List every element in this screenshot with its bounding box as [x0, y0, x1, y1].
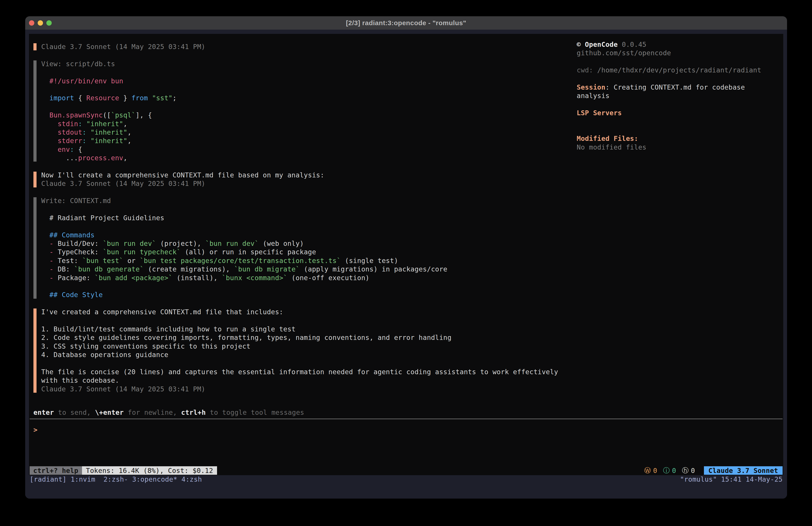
text-segment: (all) or run in specific package — [181, 248, 316, 256]
tmux-status-row: [radiant] 1:nvim 2:zsh- 3:opencode* 4:zs… — [30, 475, 783, 484]
block-gap — [30, 299, 558, 308]
text-segment: (web only) — [259, 240, 304, 247]
close-button[interactable] — [29, 20, 34, 26]
terminal-line — [41, 282, 558, 290]
text-segment: - — [41, 274, 54, 282]
text-segment: env — [41, 145, 70, 153]
text-segment: © OpenCode — [577, 41, 618, 48]
minimize-button[interactable] — [38, 20, 43, 26]
panel-line — [577, 126, 762, 134]
text-segment: Bun.spawnSync — [41, 111, 103, 119]
text-segment: \+enter — [95, 409, 124, 416]
text-segment: - — [41, 240, 54, 247]
assistant-message-block: Now I'll create a comprehensive CONTEXT.… — [30, 171, 558, 188]
text-segment: } — [119, 94, 131, 102]
terminal-content: Claude 3.7 Sonnet (14 May 2025 03:41 PM)… — [25, 30, 787, 499]
text-segment: 4. Database operations guidance — [41, 351, 169, 359]
panel-line: No modified files — [577, 143, 762, 152]
zoom-button[interactable] — [46, 20, 52, 26]
help-shortcut-badge: ctrl+? help — [30, 466, 82, 475]
text-segment: I've created a comprehensive CONTEXT.md … — [41, 308, 283, 316]
panel-line — [577, 57, 762, 66]
text-segment: DB: — [54, 265, 74, 273]
terminal-line: Claude 3.7 Sonnet (14 May 2025 03:41 PM) — [41, 385, 558, 393]
text-segment: import — [41, 94, 74, 102]
terminal-line: Claude 3.7 Sonnet (14 May 2025 03:41 PM) — [41, 43, 558, 51]
terminal-line: - TypeCheck: `bun run typecheck` (all) o… — [41, 248, 558, 256]
text-segment: ## Code Style — [41, 291, 103, 299]
text-segment: `bun db migrate` — [234, 265, 300, 273]
session-info-panel: © OpenCode 0.0.45github.com/sst/opencode… — [577, 40, 762, 152]
text-segment — [82, 120, 86, 128]
text-segment — [148, 94, 152, 102]
text-segment: analysis — [577, 92, 609, 100]
terminal-line: Now I'll create a comprehensive CONTEXT.… — [41, 171, 558, 180]
window-title: [2/3] radiant:3:opencode - "romulus" — [346, 19, 466, 27]
titlebar: [2/3] radiant:3:opencode - "romulus" — [25, 16, 787, 30]
text-segment: Session — [577, 83, 606, 91]
terminal-line: - Test: `bun test` or `bun test packages… — [41, 257, 558, 265]
terminal-line: - DB: `bun db generate` (create migratio… — [41, 265, 558, 273]
info-count-icon: ⓘ — [663, 466, 670, 475]
text-segment: View: script/db.ts — [41, 60, 115, 68]
text-segment: "sst" — [152, 94, 173, 102]
text-segment: : — [78, 120, 82, 128]
terminal-line — [41, 85, 558, 94]
text-segment: LSP Servers — [577, 109, 622, 117]
panel-line: cwd: /home/thdxr/dev/projects/radiant/ra… — [577, 66, 762, 74]
terminal-line: The file is concise (20 lines) and captu… — [41, 368, 558, 376]
text-segment: with this codebase. — [41, 376, 119, 384]
assistant-header-block: Claude 3.7 Sonnet (14 May 2025 03:41 PM) — [30, 43, 558, 51]
warning-count-icon: Ⓦ — [644, 466, 651, 475]
text-segment: : — [82, 128, 86, 136]
info-count: 0 — [672, 467, 676, 474]
text-segment: "inherit" — [86, 120, 124, 128]
block-gap — [30, 188, 558, 197]
panel-line — [577, 75, 762, 83]
block-gap — [30, 51, 558, 59]
text-segment: `bun run dev` — [205, 240, 259, 247]
panel-line: github.com/sst/opencode — [577, 49, 762, 57]
terminal-line — [41, 68, 558, 77]
panel-line: Modified Files: — [577, 134, 762, 143]
terminal-line: 4. Database operations guidance — [41, 351, 558, 359]
terminal-line: I've created a comprehensive CONTEXT.md … — [41, 308, 558, 316]
text-segment: : — [70, 145, 74, 153]
text-segment: Write: CONTEXT.md — [41, 197, 111, 204]
panel-line: © OpenCode 0.0.45 — [577, 40, 762, 49]
terminal-line: env: { — [41, 145, 558, 154]
text-segment: , — [123, 120, 127, 128]
text-segment: `bunx <command>` — [222, 274, 288, 282]
text-segment: /home/thdxr/dev/projects/radiant/radiant — [597, 66, 761, 74]
status-spacer — [217, 466, 644, 475]
terminal-line: Write: CONTEXT.md — [41, 197, 558, 205]
text-segment: `bun db generate` — [74, 265, 144, 273]
terminal-window: [2/3] radiant:3:opencode - "romulus" Cla… — [25, 16, 787, 499]
text-segment: for newline, — [124, 409, 181, 416]
text-segment: : Creating CONTEXT.md for codebase — [606, 83, 745, 91]
text-segment: stdin — [41, 120, 78, 128]
terminal-line: ## Commands — [41, 231, 558, 239]
text-segment — [86, 128, 90, 136]
text-segment: (apply migrations) in packages/core — [300, 265, 447, 273]
text-segment: ], { — [136, 111, 152, 119]
terminal-line: Bun.spawnSync([`psql`], { — [41, 111, 558, 119]
text-segment: (create migrations), — [144, 265, 234, 273]
text-segment: (one-off execution) — [288, 274, 369, 282]
text-segment: Package: — [54, 274, 95, 282]
warning-counter: Ⓦ 0 — [644, 466, 657, 475]
hint-line: enter to send, \+enter for newline, ctrl… — [33, 408, 304, 417]
terminal-line — [41, 222, 558, 231]
view-tool-block: View: script/db.ts #!/usr/bin/env bun im… — [30, 60, 558, 162]
text-segment: 0.0.45 — [618, 41, 647, 48]
text-segment: Modified Files: — [577, 134, 638, 142]
terminal-line: # Radiant Project Guidelines — [41, 214, 558, 222]
prompt-input[interactable]: > — [33, 426, 38, 434]
terminal-line: ## Code Style — [41, 290, 558, 299]
terminal-line: Claude 3.7 Sonnet (14 May 2025 03:41 PM) — [41, 180, 558, 188]
text-segment — [86, 137, 90, 145]
status-bar: ctrl+? help Tokens: 16.4K (8%), Cost: $0… — [30, 466, 783, 475]
model-badge: Claude 3.7 Sonnet — [704, 466, 783, 475]
text-segment: to toggle tool messages — [206, 409, 304, 416]
text-segment: # Radiant Project Guidelines — [41, 214, 164, 222]
